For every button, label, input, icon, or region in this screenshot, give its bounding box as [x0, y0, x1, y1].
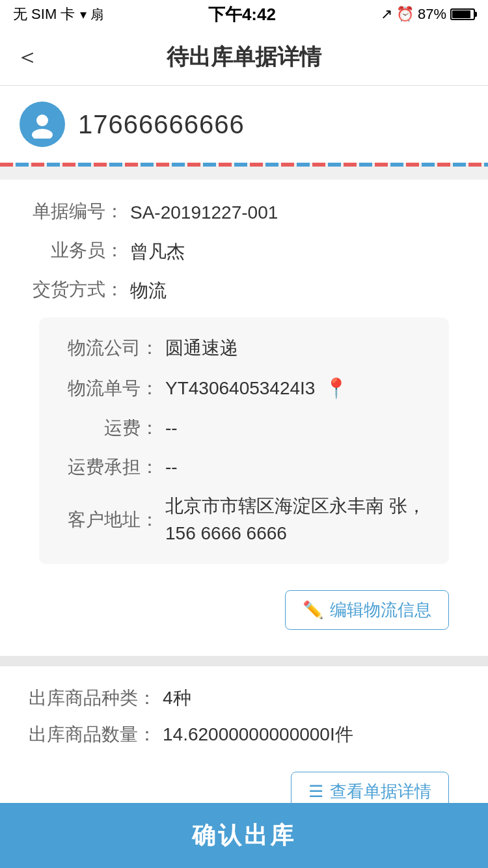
svg-point-1 — [32, 129, 53, 139]
address-row: 客户地址： 北京市市辖区海淀区永丰南 张，156 6666 6666 — [55, 493, 433, 547]
status-bar: 无 SIM 卡 ▾ 扇 下午4:42 ↗ ⏰ 87% — [0, 0, 488, 29]
edit-logistics-button[interactable]: ✏️ 编辑物流信息 — [285, 590, 449, 630]
freight-row: 运费： -- — [55, 414, 433, 442]
page-title: 待出库单据详情 — [167, 42, 321, 72]
main-content: 17666666666 单据编号： SA-20191227-001 业务员： 曾… — [0, 86, 488, 868]
salesman-value: 曾凡杰 — [130, 238, 468, 265]
status-left: 无 SIM 卡 ▾ 扇 — [13, 5, 103, 24]
goods-qty-value: 14.62000000000000I件 — [163, 722, 353, 747]
status-right: ↗ ⏰ 87% — [381, 6, 475, 23]
logistics-company-label: 物流公司： — [55, 336, 159, 360]
battery-indicator — [450, 8, 475, 20]
status-time: 下午4:42 — [208, 3, 276, 26]
logistics-card: 物流公司： 圆通速递 物流单号： YT43064053424I3 📍 运费： -… — [39, 318, 449, 564]
tracking-label: 物流单号： — [55, 376, 159, 401]
list-icon: ☰ — [308, 781, 323, 802]
confirm-label: 确认出库 — [192, 820, 296, 852]
freight-label: 运费： — [55, 416, 159, 441]
battery-fill — [452, 10, 470, 18]
goods-types-value: 4种 — [163, 686, 191, 711]
freight-bearer-value: -- — [165, 454, 433, 481]
tracking-value: YT43064053424I3 📍 — [165, 373, 433, 403]
tracking-number-text: YT43064053424I3 — [165, 375, 315, 402]
goods-types-label: 出库商品种类： — [20, 686, 156, 711]
avatar — [20, 102, 65, 147]
freight-value: -- — [165, 414, 433, 442]
logistics-company-value: 圆通速递 — [165, 334, 433, 362]
edit-icon: ✏️ — [303, 600, 323, 620]
address-value: 北京市市辖区海淀区永丰南 张，156 6666 6666 — [165, 493, 433, 547]
edit-btn-wrap: ✏️ 编辑物流信息 — [20, 577, 468, 643]
location-status-icon: ↗ — [381, 6, 392, 23]
dashed-divider — [0, 163, 488, 167]
confirm-button[interactable]: 确认出库 — [0, 803, 488, 868]
tracking-number-row: 物流单号： YT43064053424I3 📍 — [55, 373, 433, 403]
goods-types-row: 出库商品种类： 4种 — [20, 686, 468, 711]
user-phone: 17666666666 — [78, 110, 245, 139]
order-number-label: 单据编号： — [20, 199, 124, 224]
freight-bearer-row: 运费承担： -- — [55, 454, 433, 481]
freight-bearer-label: 运费承担： — [55, 455, 159, 480]
delivery-label: 交货方式： — [20, 277, 124, 302]
alarm-icon: ⏰ — [396, 6, 414, 23]
order-number-row: 单据编号： SA-20191227-001 — [20, 199, 468, 226]
battery-text: 87% — [418, 6, 446, 23]
delivery-row: 交货方式： 物流 — [20, 277, 468, 305]
goods-qty-label: 出库商品数量： — [20, 722, 156, 747]
salesman-label: 业务员： — [20, 238, 124, 263]
order-info-section: 单据编号： SA-20191227-001 业务员： 曾凡杰 交货方式： 物流 … — [0, 180, 488, 656]
address-label: 客户地址： — [55, 508, 159, 532]
view-detail-label: 查看单据详情 — [330, 780, 431, 803]
carrier-text: 无 SIM 卡 — [13, 5, 75, 24]
edit-logistics-label: 编辑物流信息 — [330, 599, 431, 621]
tracking-row: YT43064053424I3 📍 — [165, 373, 433, 403]
location-pin-icon[interactable]: 📍 — [324, 373, 348, 403]
salesman-row: 业务员： 曾凡杰 — [20, 238, 468, 265]
separator — [0, 656, 488, 666]
logistics-company-row: 物流公司： 圆通速递 — [55, 334, 433, 362]
avatar-icon — [28, 110, 57, 139]
order-number-value: SA-20191227-001 — [130, 199, 468, 226]
nav-bar: ＜ 待出库单据详情 — [0, 29, 488, 86]
goods-qty-row: 出库商品数量： 14.62000000000000I件 — [20, 722, 468, 747]
back-button[interactable]: ＜ — [16, 41, 39, 73]
svg-point-0 — [36, 115, 48, 126]
wifi-icon: ▾ 扇 — [80, 6, 103, 23]
delivery-value: 物流 — [130, 277, 468, 305]
user-card: 17666666666 — [0, 86, 488, 163]
